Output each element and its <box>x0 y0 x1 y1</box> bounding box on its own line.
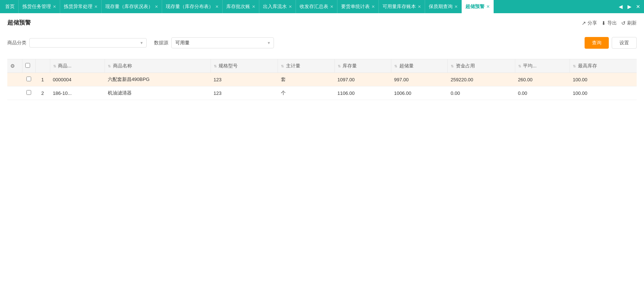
nav-inout-flow[interactable]: 出入库流水 ✕ <box>259 0 296 13</box>
close-icon[interactable]: ✕ <box>94 4 98 9</box>
chevron-down-icon: ▾ <box>140 40 143 45</box>
close-icon[interactable]: ✕ <box>372 4 375 9</box>
sort-icon: ⇅ <box>214 64 217 68</box>
th-stock[interactable]: ⇅ 库存量 <box>334 59 391 73</box>
nav-pick-task[interactable]: 拣货任务管理 ✕ <box>19 0 60 13</box>
row-overstock: 1006.00 <box>391 86 447 100</box>
nav-next-button[interactable]: ▶ <box>625 0 634 13</box>
datasource-value: 可用量 <box>175 40 190 46</box>
refresh-button[interactable]: ↺ 刷新 <box>621 20 637 26</box>
sort-icon: ⇅ <box>573 64 576 68</box>
row-checkbox-cell <box>22 73 35 86</box>
page-container: 超储预警 ↗ 分享 ⬇ 导出 ↺ 刷新 商品分类 ▾ 数据源 <box>0 13 644 106</box>
filter-datasource: 数据源 可用量 ▾ <box>154 37 274 48</box>
nav-home[interactable]: 首页 <box>1 0 19 13</box>
sort-icon: ⇅ <box>53 64 56 68</box>
query-button[interactable]: 查询 <box>585 37 609 49</box>
close-icon[interactable]: ✕ <box>215 4 219 9</box>
row-num: 1 <box>35 73 50 86</box>
nav-prev-button[interactable]: ◀ <box>616 0 625 13</box>
nav-batch-account[interactable]: 库存批次账 ✕ <box>223 0 259 13</box>
nav-order-stats[interactable]: 要货单统计表 ✕ <box>337 0 379 13</box>
row-capital: 259220.00 <box>448 73 515 86</box>
category-select[interactable]: ▾ <box>29 38 147 48</box>
th-unit[interactable]: ⇅ 主计量 <box>278 59 334 73</box>
row-checkbox-cell <box>22 86 35 100</box>
row-capital: 0.00 <box>448 86 515 100</box>
th-product-name[interactable]: ⇅ 商品名称 <box>105 59 211 73</box>
row-checkbox[interactable] <box>26 90 31 95</box>
row-product-name: 六配套新昌490BPG <box>105 73 211 86</box>
row-gear <box>7 73 22 86</box>
th-overstock[interactable]: ⇅ 超储量 <box>391 59 447 73</box>
share-button[interactable]: ↗ 分享 <box>582 20 597 26</box>
header-actions: ↗ 分享 ⬇ 导出 ↺ 刷新 <box>582 20 637 26</box>
th-gear[interactable]: ⚙ <box>7 59 22 73</box>
th-product-code[interactable]: ⇅ 商品... <box>50 59 105 73</box>
page-title: 超储预警 <box>7 19 31 27</box>
close-icon[interactable]: ✕ <box>289 4 292 9</box>
gear-icon[interactable]: ⚙ <box>10 63 15 69</box>
close-icon[interactable]: ✕ <box>252 4 255 9</box>
page-header: 超储预警 ↗ 分享 ⬇ 导出 ↺ 刷新 <box>7 19 637 27</box>
close-icon[interactable]: ✕ <box>53 4 56 9</box>
nav-arrows: ◀ ▶ ✕ <box>616 0 643 13</box>
data-table: ⚙ ⇅ 商品... ⇅ 商品名称 ⇅ 规格型号 <box>7 59 637 100</box>
row-stock: 1106.00 <box>334 86 391 100</box>
table-header-row: ⚙ ⇅ 商品... ⇅ 商品名称 ⇅ 规格型号 <box>7 59 637 73</box>
filter-area: 商品分类 ▾ 数据源 可用量 ▾ 查询 设置 <box>7 33 637 53</box>
close-icon[interactable]: ✕ <box>155 4 158 9</box>
sort-icon: ⇅ <box>394 64 397 68</box>
row-overstock: 997.00 <box>391 73 447 86</box>
row-maxstock: 100.00 <box>570 86 637 100</box>
close-icon[interactable]: ✕ <box>418 4 421 9</box>
chevron-down-icon: ▾ <box>268 40 270 45</box>
nav-pick-exception[interactable]: 拣货异常处理 ✕ <box>60 0 102 13</box>
row-stock: 1097.00 <box>334 73 391 86</box>
th-avg[interactable]: ⇅ 平均... <box>515 59 570 73</box>
th-capital[interactable]: ⇅ 资金占用 <box>448 59 515 73</box>
table-row: 1 0000004 六配套新昌490BPG 123 套 1097.00 997.… <box>7 73 637 86</box>
nav-stock-dist[interactable]: 现存量（库存分布表） ✕ <box>162 0 223 13</box>
nav-recv-summary[interactable]: 收发存汇总表 ✕ <box>296 0 337 13</box>
sort-icon: ⇅ <box>451 64 454 68</box>
row-spec: 123 <box>211 86 278 100</box>
nav-available-account[interactable]: 可用量库存账本 ✕ <box>379 0 425 13</box>
nav-close-all-button[interactable]: ✕ <box>634 0 643 13</box>
select-all-checkbox[interactable] <box>25 63 30 68</box>
filter-actions: 查询 设置 <box>585 37 637 49</box>
row-product-code: 186-10... <box>50 86 105 100</box>
row-unit: 个 <box>278 86 334 100</box>
row-product-code: 0000004 <box>50 73 105 86</box>
top-nav: 首页 拣货任务管理 ✕ 拣货异常处理 ✕ 现存量（库存状况表） ✕ 现存量（库存… <box>0 0 644 13</box>
refresh-icon: ↺ <box>621 20 626 26</box>
share-icon: ↗ <box>582 20 586 26</box>
row-gear <box>7 86 22 100</box>
filter-category: 商品分类 ▾ <box>7 38 147 48</box>
close-icon[interactable]: ✕ <box>486 4 490 9</box>
row-checkbox[interactable] <box>26 77 31 81</box>
sort-icon: ⇅ <box>518 64 521 68</box>
row-num: 2 <box>35 86 50 100</box>
nav-overstock-warning[interactable]: 超储预警 ✕ <box>462 0 494 13</box>
settings-button[interactable]: 设置 <box>612 37 637 49</box>
row-unit: 套 <box>278 73 334 86</box>
th-maxstock[interactable]: ⇅ 最高库存 <box>570 59 637 73</box>
datasource-select[interactable]: 可用量 ▾ <box>171 37 274 48</box>
row-product-name: 机油滤清器 <box>105 86 211 100</box>
row-maxstock: 100.00 <box>570 73 637 86</box>
sort-icon: ⇅ <box>338 64 341 68</box>
nav-stock-status[interactable]: 现存量（库存状况表） ✕ <box>102 0 162 13</box>
th-spec[interactable]: ⇅ 规格型号 <box>211 59 278 73</box>
row-avg: 0.00 <box>515 86 570 100</box>
close-icon[interactable]: ✕ <box>330 4 333 9</box>
table-row: 2 186-10... 机油滤清器 123 个 1106.00 1006.00 … <box>7 86 637 100</box>
close-icon[interactable]: ✕ <box>454 4 458 9</box>
row-avg: 260.00 <box>515 73 570 86</box>
export-button[interactable]: ⬇ 导出 <box>601 20 617 26</box>
nav-expiry-query[interactable]: 保质期查询 ✕ <box>425 0 462 13</box>
datasource-label: 数据源 <box>154 40 168 46</box>
category-label: 商品分类 <box>7 40 26 46</box>
th-checkbox <box>22 59 35 73</box>
sort-icon: ⇅ <box>108 64 111 68</box>
